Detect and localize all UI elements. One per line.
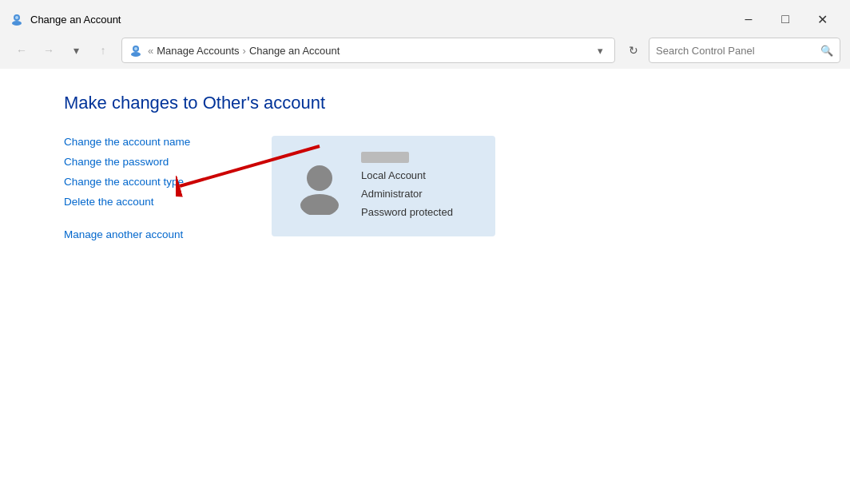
close-button[interactable]: ✕ xyxy=(804,6,840,32)
app-icon xyxy=(10,12,24,26)
account-avatar xyxy=(291,157,348,215)
main-content: Make changes to Other's account Change t… xyxy=(0,69,850,504)
change-account-type-link[interactable]: Change the account type xyxy=(64,176,224,188)
account-name-blurred xyxy=(361,152,409,163)
search-input[interactable] xyxy=(656,45,820,57)
change-name-link[interactable]: Change the account name xyxy=(64,136,224,148)
title-bar-left: Change an Account xyxy=(10,12,121,26)
account-detail-3: Password protected xyxy=(361,204,453,221)
svg-point-2 xyxy=(15,16,18,19)
account-info: Local Account Administrator Password pro… xyxy=(361,152,453,220)
address-bar[interactable]: « Manage Accounts › Change an Account ▾ xyxy=(121,38,615,63)
svg-point-4 xyxy=(131,52,141,57)
content-layout: Change the account name Change the passw… xyxy=(64,136,786,240)
breadcrumb-change-account[interactable]: Change an Account xyxy=(249,45,340,57)
window-controls: – □ ✕ xyxy=(730,6,840,32)
account-detail-1: Local Account xyxy=(361,168,453,185)
forward-button[interactable]: → xyxy=(37,38,61,62)
window-title: Change an Account xyxy=(30,14,121,26)
breadcrumb-manage-accounts[interactable]: Manage Accounts xyxy=(157,45,239,57)
actions-list: Change the account name Change the passw… xyxy=(64,136,224,240)
change-password-link[interactable]: Change the password xyxy=(64,156,224,168)
back-button[interactable]: ← xyxy=(10,38,34,62)
search-icon: 🔍 xyxy=(820,45,833,57)
delete-account-link[interactable]: Delete the account xyxy=(64,196,224,208)
manage-another-link[interactable]: Manage another account xyxy=(64,228,224,240)
svg-point-8 xyxy=(307,165,332,191)
refresh-button[interactable]: ↻ xyxy=(622,38,645,62)
account-card: Local Account Administrator Password pro… xyxy=(272,136,495,236)
nav-bar: ← → ▾ ↑ « Manage Accounts › Change an Ac… xyxy=(0,32,850,69)
minimize-button[interactable]: – xyxy=(730,6,767,32)
recent-locations-button[interactable]: ▾ xyxy=(64,38,88,62)
search-box[interactable]: 🔍 xyxy=(649,38,840,63)
breadcrumb: « Manage Accounts › Change an Account xyxy=(148,45,589,57)
avatar-icon xyxy=(291,157,348,215)
address-dropdown-button[interactable]: ▾ xyxy=(592,38,608,63)
svg-point-5 xyxy=(134,47,137,50)
address-bar-icon xyxy=(129,43,143,58)
page-title: Make changes to Other's account xyxy=(64,93,786,113)
svg-point-1 xyxy=(12,21,22,26)
maximize-button[interactable]: □ xyxy=(767,6,804,32)
title-bar: Change an Account – □ ✕ xyxy=(0,0,850,32)
actions-container: Change the account name Change the passw… xyxy=(64,136,224,240)
svg-point-9 xyxy=(300,194,339,215)
up-button[interactable]: ↑ xyxy=(91,38,115,62)
account-detail-2: Administrator xyxy=(361,186,453,203)
